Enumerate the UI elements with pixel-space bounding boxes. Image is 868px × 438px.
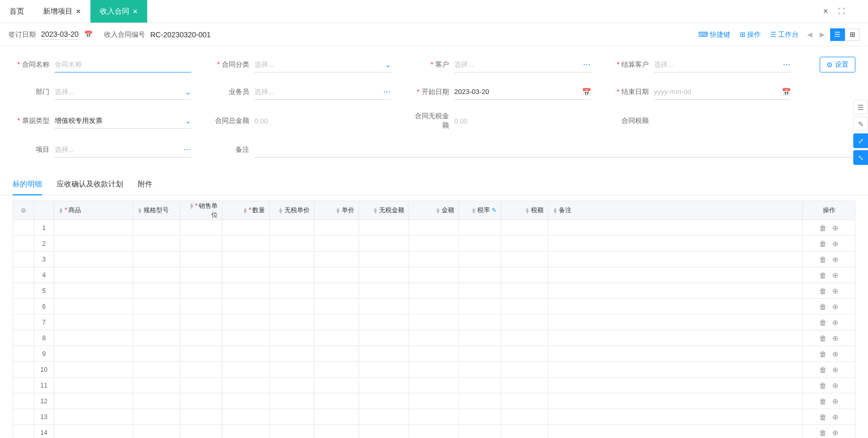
more-icon[interactable]: ⋯ bbox=[383, 88, 391, 96]
col-amount-no-tax[interactable]: ▲▼无税金额 bbox=[359, 201, 409, 220]
col-settings[interactable]: ⚙ bbox=[13, 201, 34, 220]
close-icon[interactable]: ✕ bbox=[132, 8, 138, 15]
remark-input[interactable] bbox=[254, 145, 855, 153]
delete-row-icon[interactable]: 🗑 bbox=[819, 303, 826, 311]
workbench-link[interactable]: ☰工作台 bbox=[767, 30, 802, 39]
contract-name-input[interactable] bbox=[55, 60, 191, 68]
delete-row-icon[interactable]: 🗑 bbox=[819, 413, 826, 421]
table-row[interactable]: 7 🗑 ⊕ bbox=[13, 315, 855, 330]
more-icon[interactable]: ⋯ bbox=[783, 60, 791, 69]
table-row[interactable]: 2 🗑 ⊕ bbox=[13, 236, 855, 252]
sort-icon[interactable]: ▲▼ bbox=[189, 203, 194, 209]
side-btn-3[interactable]: ⤢ bbox=[853, 133, 868, 148]
more-icon[interactable]: ⋯ bbox=[583, 60, 591, 69]
sort-icon[interactable]: ▲▼ bbox=[278, 207, 283, 214]
delete-row-icon[interactable]: 🗑 bbox=[819, 287, 826, 295]
col-spec[interactable]: ▲▼规格型号 bbox=[133, 201, 180, 220]
contract-category-select[interactable] bbox=[254, 60, 385, 68]
delete-row-icon[interactable]: 🗑 bbox=[819, 350, 826, 358]
table-row[interactable]: 5 🗑 ⊕ bbox=[13, 283, 855, 299]
sort-icon[interactable]: ▲▼ bbox=[335, 207, 341, 214]
calendar-icon[interactable]: 📅 bbox=[84, 30, 93, 38]
invoice-type-select[interactable] bbox=[55, 117, 185, 124]
chevron-down-icon[interactable]: ⌄ bbox=[385, 60, 391, 69]
col-price-no-tax[interactable]: ▲▼无税单价 bbox=[270, 201, 314, 220]
add-row-icon[interactable]: ⊕ bbox=[832, 255, 839, 264]
col-qty[interactable]: ▲▼数量 bbox=[222, 201, 270, 220]
delete-row-icon[interactable]: 🗑 bbox=[819, 334, 826, 342]
col-remark[interactable]: ▲▼备注 bbox=[548, 201, 803, 220]
add-row-icon[interactable]: ⊕ bbox=[832, 271, 839, 279]
operation-link[interactable]: ⊞操作 bbox=[737, 30, 764, 39]
delete-row-icon[interactable]: 🗑 bbox=[819, 397, 826, 405]
col-product[interactable]: ▲▼商品 bbox=[54, 201, 133, 220]
add-row-icon[interactable]: ⊕ bbox=[832, 413, 839, 421]
start-date-input[interactable] bbox=[454, 88, 582, 96]
table-row[interactable]: 6 🗑 ⊕ bbox=[13, 299, 855, 315]
close-all-icon[interactable]: ✕ bbox=[821, 5, 831, 17]
add-row-icon[interactable]: ⊕ bbox=[832, 381, 839, 390]
calendar-icon[interactable]: 📅 bbox=[782, 88, 791, 96]
sort-icon[interactable]: ▲▼ bbox=[553, 207, 558, 214]
tab-income-contract[interactable]: 收入合同✕ bbox=[90, 0, 147, 23]
sort-icon[interactable]: ▲▼ bbox=[525, 207, 530, 214]
end-date-input[interactable] bbox=[654, 88, 782, 96]
col-unit[interactable]: ▲▼销售单位 bbox=[180, 201, 222, 220]
add-row-icon[interactable]: ⊕ bbox=[832, 429, 839, 437]
view-list-button[interactable]: ☰ bbox=[830, 28, 845, 41]
prev-icon[interactable]: ◀ bbox=[805, 30, 814, 38]
delete-row-icon[interactable]: 🗑 bbox=[819, 318, 826, 327]
table-row[interactable]: 1 🗑 ⊕ bbox=[13, 220, 855, 236]
sort-icon[interactable]: ▲▼ bbox=[58, 207, 64, 214]
col-price[interactable]: ▲▼单价 bbox=[314, 201, 359, 220]
delete-row-icon[interactable]: 🗑 bbox=[819, 271, 826, 279]
settlement-customer-select[interactable] bbox=[654, 60, 783, 68]
add-row-icon[interactable]: ⊕ bbox=[832, 350, 839, 358]
next-icon[interactable]: ▶ bbox=[818, 30, 827, 38]
add-row-icon[interactable]: ⊕ bbox=[832, 318, 839, 327]
table-row[interactable]: 11 🗑 ⊕ bbox=[13, 378, 855, 393]
side-btn-2[interactable]: ✎ bbox=[853, 117, 868, 131]
sign-date-value[interactable]: 2023-03-20 bbox=[41, 29, 79, 40]
tab-home[interactable]: 首页 bbox=[0, 0, 34, 23]
calendar-icon[interactable]: 📅 bbox=[582, 88, 591, 96]
delete-row-icon[interactable]: 🗑 bbox=[819, 429, 826, 437]
more-icon[interactable]: ⋯ bbox=[183, 145, 191, 154]
view-card-button[interactable]: ⊞ bbox=[845, 28, 860, 41]
table-row[interactable]: 12 🗑 ⊕ bbox=[13, 393, 855, 409]
side-btn-4[interactable]: ⤡ bbox=[853, 150, 868, 165]
table-row[interactable]: 4 🗑 ⊕ bbox=[13, 267, 855, 283]
table-row[interactable]: 10 🗑 ⊕ bbox=[13, 362, 855, 378]
close-icon[interactable]: ✕ bbox=[76, 8, 81, 15]
sort-icon[interactable]: ▲▼ bbox=[435, 207, 441, 214]
project-select[interactable] bbox=[55, 145, 183, 153]
add-row-icon[interactable]: ⊕ bbox=[832, 287, 839, 295]
add-row-icon[interactable]: ⊕ bbox=[832, 303, 839, 311]
chevron-down-icon[interactable]: ⌄ bbox=[185, 117, 191, 125]
customer-select[interactable] bbox=[454, 60, 583, 68]
table-row[interactable]: 13 🗑 ⊕ bbox=[13, 409, 855, 425]
add-row-icon[interactable]: ⊕ bbox=[832, 239, 839, 248]
sort-icon[interactable]: ▲▼ bbox=[373, 207, 378, 214]
department-select[interactable] bbox=[55, 88, 185, 96]
delete-row-icon[interactable]: 🗑 bbox=[819, 366, 826, 374]
settings-button[interactable]: ⚙设置 bbox=[820, 57, 855, 72]
delete-row-icon[interactable]: 🗑 bbox=[819, 381, 826, 390]
add-row-icon[interactable]: ⊕ bbox=[832, 334, 839, 342]
table-row[interactable]: 8 🗑 ⊕ bbox=[13, 330, 855, 346]
col-tax-rate[interactable]: ▲▼税率✎ bbox=[459, 201, 501, 220]
delete-row-icon[interactable]: 🗑 bbox=[819, 239, 826, 248]
sub-tab-details[interactable]: 标的明细 bbox=[13, 174, 42, 195]
add-row-icon[interactable]: ⊕ bbox=[832, 397, 839, 405]
sub-tab-receivable[interactable]: 应收确认及收款计划 bbox=[57, 174, 123, 195]
add-row-icon[interactable]: ⊕ bbox=[832, 224, 839, 232]
add-row-icon[interactable]: ⊕ bbox=[832, 366, 839, 374]
shortcut-link[interactable]: ⌨快捷键 bbox=[695, 30, 733, 39]
salesperson-select[interactable] bbox=[254, 88, 383, 96]
sort-icon[interactable]: ▲▼ bbox=[242, 207, 248, 214]
delete-row-icon[interactable]: 🗑 bbox=[819, 224, 826, 232]
table-row[interactable]: 9 🗑 ⊕ bbox=[13, 346, 855, 362]
col-amount[interactable]: ▲▼金额 bbox=[409, 201, 459, 220]
sort-icon[interactable]: ▲▼ bbox=[137, 207, 142, 214]
delete-row-icon[interactable]: 🗑 bbox=[819, 255, 826, 264]
